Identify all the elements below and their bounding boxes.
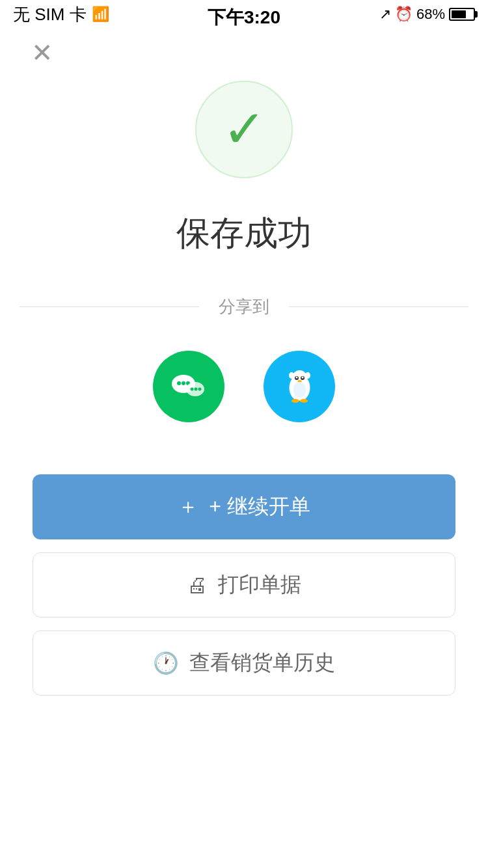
close-button[interactable]: ✕ — [26, 36, 59, 69]
print-button[interactable]: 🖨 打印单据 — [33, 552, 455, 617]
svg-point-15 — [291, 399, 299, 403]
plus-icon: ＋ — [178, 493, 198, 521]
svg-point-2 — [182, 381, 185, 385]
continue-button[interactable]: ＋ + 继续开单 — [33, 474, 455, 539]
wifi-icon: 📶 — [92, 6, 109, 23]
success-circle: ✓ — [195, 81, 293, 178]
qq-icon — [278, 366, 321, 408]
svg-point-7 — [198, 387, 201, 390]
actions: ＋ + 继续开单 🖨 打印单据 🕐 查看销货单历史 — [33, 474, 455, 696]
svg-point-17 — [293, 382, 306, 398]
svg-point-5 — [190, 387, 193, 390]
share-divider: 分享到 — [0, 295, 488, 318]
svg-point-13 — [301, 376, 303, 378]
clock-icon: 🕐 — [153, 651, 179, 675]
no-sim-label: 无 SIM 卡 — [13, 3, 87, 26]
print-label: 打印单据 — [218, 571, 301, 599]
status-time: 下午3:20 — [208, 5, 280, 30]
wechat-share-button[interactable] — [153, 351, 224, 422]
alarm-icon: ⏰ — [395, 6, 413, 23]
success-title: 保存成功 — [176, 211, 312, 256]
svg-point-18 — [289, 372, 294, 379]
main-content: ✓ 保存成功 分享到 — [0, 29, 488, 696]
svg-point-1 — [177, 381, 181, 385]
battery-icon — [449, 8, 475, 21]
svg-point-19 — [305, 372, 310, 379]
share-icons — [153, 351, 335, 422]
divider-left — [20, 306, 199, 307]
svg-point-12 — [295, 376, 297, 378]
history-button[interactable]: 🕐 查看销货单历史 — [33, 631, 455, 696]
svg-point-6 — [194, 387, 197, 390]
history-label: 查看销货单历史 — [189, 649, 335, 677]
qq-share-button[interactable] — [264, 351, 335, 422]
divider-right — [289, 306, 468, 307]
close-icon: ✕ — [31, 40, 53, 66]
share-label: 分享到 — [219, 295, 269, 318]
checkmark-icon: ✓ — [223, 103, 266, 156]
printer-icon: 🖨 — [187, 573, 208, 597]
svg-point-16 — [300, 399, 308, 403]
battery-text: 68% — [416, 6, 445, 23]
status-bar: 无 SIM 卡 📶 下午3:20 ↗ ⏰ 68% — [0, 0, 488, 29]
wechat-icon — [168, 366, 210, 408]
location-icon: ↗ — [379, 6, 391, 23]
status-right: ↗ ⏰ 68% — [379, 6, 475, 23]
battery-fill — [452, 10, 466, 18]
continue-label: + 继续开单 — [209, 493, 310, 521]
status-left: 无 SIM 卡 📶 — [13, 3, 109, 26]
